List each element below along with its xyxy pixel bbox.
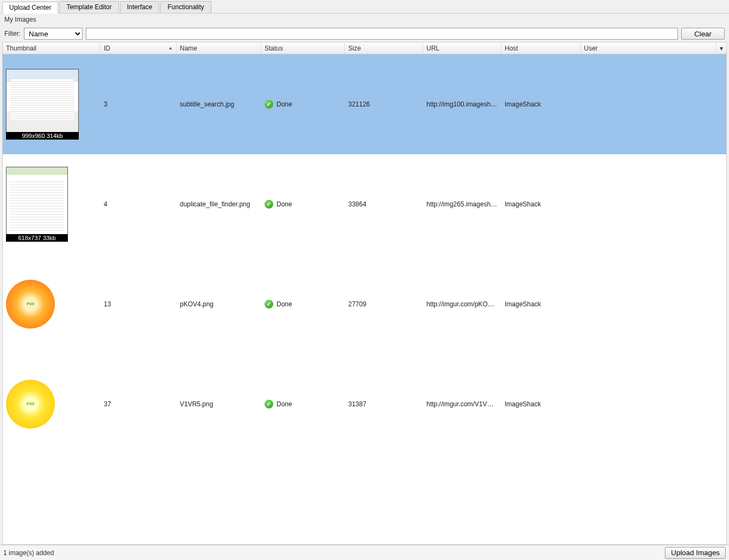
cell-id: 13	[100, 299, 177, 310]
cell-name: subtitle_search.jpg	[177, 99, 261, 110]
cell-host: ImageShack	[501, 299, 581, 310]
check-icon: ✓	[265, 200, 273, 209]
status-text: Done	[276, 400, 292, 408]
cell-status: ✓Done	[261, 398, 345, 410]
cell-id: 4	[100, 199, 177, 210]
footer: 1 image(s) added Upload Images	[0, 545, 729, 560]
cell-url: http://imgur.com/V1VR5.p...	[423, 399, 501, 410]
cell-size: 33864	[345, 199, 423, 210]
footer-status: 1 image(s) added	[3, 549, 665, 557]
thumbnail-caption: 999x960 314kb	[6, 132, 79, 140]
cell-user	[581, 303, 726, 306]
filter-row: Filter: Name Clear	[0, 26, 729, 42]
cell-status: ✓Done	[261, 298, 345, 310]
thumbnail-caption: 618x737 33kb	[6, 234, 68, 242]
check-icon: ✓	[265, 400, 273, 408]
filter-input[interactable]	[86, 28, 678, 40]
thumbnail-image: 618x737 33kb	[6, 167, 68, 242]
table-row[interactable]: 618x737 33kb4duplicate_file_finder.png✓D…	[3, 154, 726, 254]
cell-status: ✓Done	[261, 198, 345, 210]
col-size[interactable]: Size	[345, 43, 423, 54]
filter-label: Filter:	[4, 30, 21, 37]
status-text: Done	[276, 300, 292, 308]
check-icon: ✓	[265, 300, 273, 309]
image-table: Thumbnail ID ▲ Name Status Size URL Host…	[2, 42, 727, 545]
tab-functionality[interactable]: Functionality	[160, 1, 211, 13]
check-icon: ✓	[265, 100, 273, 109]
cell-id: 37	[100, 399, 177, 410]
tab-template-editor[interactable]: Template Editor	[59, 1, 118, 13]
table-header: Thumbnail ID ▲ Name Status Size URL Host…	[3, 42, 726, 54]
table-row[interactable]: 999x960 314kb3subtitle_search.jpg✓Done32…	[3, 54, 726, 154]
upload-images-button[interactable]: Upload Images	[665, 547, 726, 559]
cell-name: pKOV4.png	[177, 299, 261, 310]
section-title: My Images	[0, 14, 729, 26]
tab-upload-center[interactable]: Upload Center	[2, 2, 58, 14]
col-url[interactable]: URL	[423, 43, 501, 54]
col-thumbnail[interactable]: Thumbnail	[3, 43, 100, 54]
cell-size: 31387	[345, 399, 423, 410]
cell-size: 27709	[345, 299, 423, 310]
cell-name: V1VR5.png	[177, 399, 261, 410]
cell-user	[581, 402, 726, 406]
cell-user	[581, 203, 726, 206]
thumbnail-image: P09	[6, 380, 55, 429]
table-row[interactable]: P0913pKOV4.png✓Done27709http://imgur.com…	[3, 254, 726, 354]
col-host[interactable]: Host	[501, 43, 581, 54]
cell-thumbnail: P09	[3, 276, 100, 332]
cell-thumbnail: 618x737 33kb	[3, 163, 100, 245]
cell-url: http://img265.imageshack...	[423, 199, 501, 210]
cell-host: ImageShack	[501, 99, 581, 110]
cell-name: duplicate_file_finder.png	[177, 199, 261, 210]
cell-status: ✓Done	[261, 98, 345, 110]
status-text: Done	[276, 200, 292, 208]
table-body: 999x960 314kb3subtitle_search.jpg✓Done32…	[3, 54, 726, 544]
status-text: Done	[276, 100, 292, 108]
clear-button[interactable]: Clear	[681, 28, 725, 40]
cell-url: http://imgur.com/pKOV4....	[423, 299, 501, 310]
tab-interface[interactable]: Interface	[120, 1, 160, 13]
column-picker-icon[interactable]: ▾	[717, 43, 726, 54]
cell-user	[581, 103, 726, 106]
col-name[interactable]: Name	[177, 43, 261, 54]
col-id-label: ID	[104, 45, 110, 52]
col-user[interactable]: User	[581, 43, 717, 54]
sort-asc-icon: ▲	[168, 46, 173, 51]
cell-host: ImageShack	[501, 199, 581, 210]
cell-thumbnail: 999x960 314kb	[3, 66, 100, 143]
cell-thumbnail: P09	[3, 376, 100, 432]
tab-bar: Upload CenterTemplate EditorInterfaceFun…	[0, 0, 729, 14]
cell-size: 321126	[345, 99, 423, 110]
cell-url: http://img100.imageshack...	[423, 99, 501, 110]
cell-host: ImageShack	[501, 399, 581, 410]
thumbnail-image: P09	[6, 280, 55, 329]
col-status[interactable]: Status	[261, 43, 345, 54]
col-id[interactable]: ID ▲	[100, 43, 177, 54]
table-row[interactable]: P0937V1VR5.png✓Done31387http://imgur.com…	[3, 354, 726, 454]
filter-field-select[interactable]: Name	[24, 28, 83, 40]
thumbnail-image: 999x960 314kb	[6, 69, 79, 140]
cell-id: 3	[100, 99, 177, 110]
